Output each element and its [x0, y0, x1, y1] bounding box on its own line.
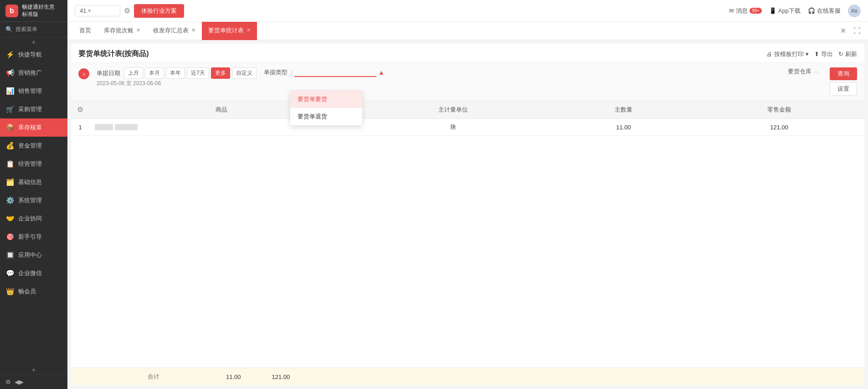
- tab-inventory-batch[interactable]: 库存批次账 ✕: [98, 22, 147, 40]
- tab-home[interactable]: 首页: [73, 22, 98, 40]
- sidebar-item-wechat[interactable]: 💬 企业微信: [0, 264, 67, 282]
- wechat-icon: 💬: [5, 269, 15, 278]
- tab-order-stats[interactable]: 要货单统计表 ✕: [202, 22, 257, 40]
- sidebar-item-label: 快捷导航: [18, 51, 42, 59]
- online-service-button[interactable]: 🎧 在线客服: [808, 7, 841, 15]
- date-buttons: 上月 本月 本年 近7天 更多 自定义: [124, 67, 257, 79]
- trial-industry-button[interactable]: 体验行业方案: [134, 4, 184, 18]
- company-selector[interactable]: 41 ▾: [75, 5, 120, 16]
- sidebar-item-operation[interactable]: 📋 经营管理: [0, 155, 67, 173]
- sidebar-item-finance[interactable]: 💰 资金管理: [0, 137, 67, 155]
- sidebar-item-guide[interactable]: 🎯 新手引导: [0, 228, 67, 246]
- tab-stock-summary-close[interactable]: ✕: [191, 27, 195, 33]
- export-icon: ⬆: [814, 51, 819, 57]
- app-download-button[interactable]: 📱 App下载: [769, 7, 801, 15]
- scroll-down-indicator[interactable]: ▼: [0, 366, 67, 374]
- scroll-up-indicator[interactable]: ▲: [0, 37, 67, 46]
- tab-home-label: 首页: [79, 26, 91, 35]
- type-filter-input[interactable]: [294, 67, 376, 77]
- sidebar-item-label: 畅会员: [18, 287, 36, 296]
- row-seq: 1: [71, 119, 89, 136]
- filter-settings-button[interactable]: 设置: [830, 82, 857, 96]
- topbar-gear-icon[interactable]: ⚙: [124, 6, 130, 15]
- tab-stock-summary[interactable]: 收发存汇总表 ✕: [147, 22, 202, 40]
- print-template-button[interactable]: 🖨 按模板打印 ▾: [766, 50, 809, 58]
- operation-icon: 📋: [5, 159, 15, 169]
- chevron-down-icon: ▾: [88, 7, 91, 14]
- this-year-button[interactable]: 本年: [166, 67, 185, 79]
- search-icon: 🔍: [5, 26, 13, 33]
- sidebar-item-purchase[interactable]: 🛒 采购管理: [0, 100, 67, 118]
- main-area: 41 ▾ ⚙ 体验行业方案 ✉ 消息 99+ 📱 App下载 🎧 在线客服 Ri…: [67, 0, 868, 389]
- type-dropdown-arrow[interactable]: ▲: [378, 69, 385, 76]
- inventory-icon: 📦: [5, 123, 15, 132]
- more-dates-button[interactable]: 更多: [211, 67, 230, 79]
- search-menu-button[interactable]: 🔍 搜索菜单: [0, 22, 67, 37]
- custom-date-button[interactable]: 自定义: [232, 67, 257, 79]
- logo-icon: b: [5, 5, 18, 17]
- product-name-placeholder: [95, 124, 113, 130]
- sidebar-item-system[interactable]: ⚙️ 系统管理: [0, 191, 67, 210]
- export-button[interactable]: ⬆ 导出: [814, 50, 833, 58]
- table-container: ⚙ 商品 主计量单位 主数量 零售金额 1: [71, 101, 864, 368]
- this-month-button[interactable]: 本月: [145, 67, 164, 79]
- date-filter-group: 单据日期 上月 本月 本年 近7天 更多 自定义 2023-05-06 至 20…: [97, 67, 257, 87]
- row-unit: 块: [354, 119, 553, 136]
- tab-order-stats-label: 要货单统计表: [208, 26, 244, 35]
- guide-icon: 🎯: [5, 232, 15, 241]
- quick-nav-icon: ⚡: [5, 50, 15, 59]
- col-qty-header: 主数量: [553, 101, 694, 119]
- type-filter-group: 单据类型 | ▲: [264, 67, 385, 77]
- sidebar-item-marketing[interactable]: 📢 营销推广: [0, 64, 67, 82]
- sidebar-item-apps[interactable]: 🔲 应用中心: [0, 246, 67, 264]
- last-7-days-button[interactable]: 近7天: [187, 67, 209, 79]
- sidebar-item-quick-nav[interactable]: ⚡ 快捷导航: [0, 46, 67, 64]
- sidebar-item-inventory[interactable]: 📦 库存核算: [0, 118, 67, 137]
- tab-inventory-batch-close[interactable]: ✕: [136, 27, 140, 33]
- sidebar-item-label: 库存核算: [18, 123, 42, 132]
- print-label: 按模板打印: [774, 50, 804, 58]
- page-content: 要货单统计表(按商品) 🖨 按模板打印 ▾ ⬆ 导出 ↻ 刷新 ›: [71, 44, 864, 385]
- col-unit-header: 主计量单位: [354, 101, 553, 119]
- tabbar: 首页 库存批次账 ✕ 收发存汇总表 ✕ 要货单统计表 ✕ ✕ ⛶: [67, 22, 868, 40]
- sidebar-bottom: ⚙ ◀▶: [0, 374, 67, 389]
- chevron-down-icon: ▾: [806, 51, 809, 57]
- sidebar-item-label: 营销推广: [18, 69, 42, 77]
- sidebar-item-members[interactable]: 👑 畅会员: [0, 282, 67, 301]
- service-icon: 🎧: [808, 7, 815, 14]
- refresh-button[interactable]: ↻ 刷新: [838, 50, 857, 58]
- sidebar-item-basic[interactable]: 🗂️ 基础信息: [0, 173, 67, 191]
- filter-bar: › 单据日期 上月 本月 本年 近7天 更多 自定义 2023-05-06 至 …: [71, 63, 864, 101]
- export-label: 导出: [821, 50, 833, 58]
- system-icon: ⚙️: [5, 196, 15, 205]
- date-filter-row: 单据日期 上月 本月 本年 近7天 更多 自定义: [97, 67, 257, 79]
- sidebar-item-enterprise[interactable]: 🤝 企业协同: [0, 210, 67, 228]
- company-selector-value: 41: [80, 7, 86, 14]
- collapse-button[interactable]: ◀▶: [15, 379, 24, 385]
- table-settings-icon[interactable]: ⚙: [77, 106, 83, 113]
- page-title: 要货单统计表(按商品): [78, 49, 149, 59]
- sidebar-item-sales[interactable]: 📊 销售管理: [0, 82, 67, 100]
- row-qty: 11.00: [553, 119, 694, 136]
- finance-icon: 💰: [5, 141, 15, 150]
- date-range-display: 2023-05-06 至 2023-06-06: [97, 80, 257, 87]
- filter-expand-button[interactable]: ›: [78, 68, 89, 79]
- footer-total-label: 合计: [77, 373, 159, 381]
- data-table: ⚙ 商品 主计量单位 主数量 零售金额 1: [71, 101, 864, 136]
- dropdown-item-order-return[interactable]: 要货单退货: [290, 108, 362, 125]
- table-header-row: ⚙ 商品 主计量单位 主数量 零售金额: [71, 101, 864, 119]
- tab-close-all-button[interactable]: ✕: [838, 25, 848, 37]
- query-button[interactable]: 查询: [830, 67, 857, 80]
- marketing-icon: 📢: [5, 68, 15, 77]
- tab-expand-button[interactable]: ⛶: [852, 25, 863, 37]
- user-avatar[interactable]: Rit: [848, 5, 861, 17]
- dropdown-item-order-goods[interactable]: 要货单要货: [290, 91, 362, 108]
- tab-order-stats-close[interactable]: ✕: [247, 27, 251, 33]
- app-download-label: App下载: [778, 7, 801, 15]
- warehouse-more-icon[interactable]: ···: [813, 68, 819, 75]
- settings-button[interactable]: ⚙: [5, 379, 11, 385]
- last-month-button[interactable]: 上月: [124, 67, 143, 79]
- messages-button[interactable]: ✉ 消息 99+: [729, 7, 762, 15]
- table-footer: 合计 11.00 121.00: [71, 368, 864, 385]
- table-row: 1 块 11.00 121.00: [71, 119, 864, 136]
